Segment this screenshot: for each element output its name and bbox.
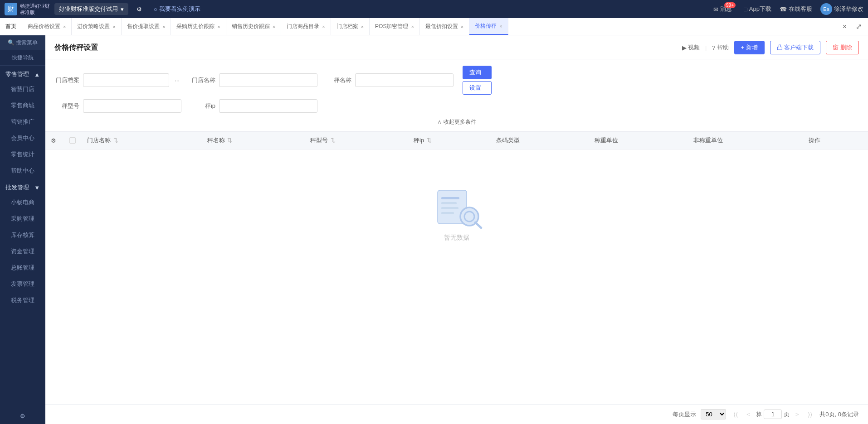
settings-btn[interactable]: ⚙: [133, 4, 146, 14]
close-icon[interactable]: ×: [411, 24, 414, 29]
download-button[interactable]: 凸 客户端下载: [770, 41, 821, 54]
close-icon[interactable]: ×: [63, 24, 66, 29]
tab-purchase-strategy[interactable]: 进价策略设置 ×: [72, 18, 121, 35]
tab-sales-history[interactable]: 销售历史价跟踪 ×: [226, 18, 281, 35]
svg-line-7: [475, 222, 481, 228]
tab-price-scale[interactable]: 价格传秤 ×: [469, 18, 508, 35]
data-table: ⚙ 门店名称 ⇅: [45, 132, 868, 149]
store-name-label: 门店名称: [190, 76, 215, 84]
tab-commodity-price[interactable]: 商品价格设置 ×: [22, 18, 72, 35]
th-weight-unit: 称重单位: [589, 132, 688, 149]
th-scale-name: 秤名称 ⇅: [202, 132, 305, 149]
page-header: 价格传秤设置 ▶ 视频 | ? 帮助 + 新增 凸 客户端下载: [45, 35, 868, 59]
sidebar-item-ecommerce[interactable]: 小畅电商: [0, 194, 45, 211]
gear-icon: ⚙: [137, 6, 142, 13]
sidebar-item-smart-store[interactable]: 智慧门店: [0, 81, 45, 97]
video-link[interactable]: ▶ 视频: [682, 43, 700, 52]
app-download-btn[interactable]: □ App下载: [744, 5, 771, 13]
gear-icon: ⚙: [20, 413, 25, 419]
close-icon[interactable]: ×: [217, 24, 220, 29]
help-link[interactable]: ? 帮助: [712, 43, 728, 52]
next-page-btn[interactable]: ＞: [791, 410, 803, 419]
sidebar-item-help[interactable]: 帮助中心: [0, 163, 45, 179]
message-btn[interactable]: ✉ 消息 99+: [713, 5, 732, 13]
svg-rect-1: [441, 197, 459, 199]
close-icon[interactable]: ×: [162, 24, 165, 29]
close-icon[interactable]: ×: [499, 24, 502, 29]
scale-model-input[interactable]: [83, 99, 181, 113]
sidebar-item-finance[interactable]: 资金管理: [0, 243, 45, 260]
logo: 财 畅捷通好业财 标准版: [5, 3, 50, 16]
gear-icon[interactable]: ⚙: [51, 137, 56, 144]
scale-name-input[interactable]: [355, 73, 454, 87]
user-name: 徐泽华修改: [834, 5, 863, 13]
sidebar-settings-btn[interactable]: ⚙: [0, 408, 45, 424]
topbar-right: ✉ 消息 99+ □ App下载 ☎ 在线客服 Ea 徐泽华修改: [713, 3, 863, 15]
topbar: 财 畅捷通好业财 标准版 好业财标准版交付试用 ▾ ⚙ ○ 我要看实例演示 ✉ …: [0, 0, 868, 18]
close-icon[interactable]: ×: [273, 24, 275, 29]
sidebar-item-purchase[interactable]: 采购管理: [0, 211, 45, 227]
tab-home[interactable]: 首页: [0, 18, 22, 35]
sidebar-search[interactable]: 🔍 搜索菜单: [0, 35, 45, 50]
close-icon[interactable]: ×: [361, 24, 364, 29]
user-menu[interactable]: Ea 徐泽华修改: [820, 3, 863, 15]
close-icon[interactable]: ×: [461, 24, 463, 29]
sidebar-item-member[interactable]: 会员中心: [0, 130, 45, 146]
page-size-select[interactable]: 50 10 20 100: [701, 409, 726, 419]
last-page-btn[interactable]: ⟩⟩: [805, 410, 815, 419]
chevron-down-icon: ▾: [121, 6, 124, 13]
table-header-row: ⚙ 门店名称 ⇅: [45, 132, 868, 149]
tab-selling-price[interactable]: 售价提取设置 ×: [122, 18, 171, 35]
online-service-btn[interactable]: ☎ 在线客服: [780, 5, 812, 13]
empty-state: 暂无数据: [45, 149, 868, 278]
sidebar-item-retail-stats[interactable]: 零售统计: [0, 146, 45, 163]
sidebar-section-wholesale[interactable]: 批发管理 ▼: [0, 179, 45, 194]
more-options-icon[interactable]: ···: [173, 77, 181, 84]
close-icon[interactable]: ×: [112, 24, 115, 29]
sidebar-section-retail[interactable]: 零售管理 ▲: [0, 66, 45, 81]
prev-page-btn[interactable]: ＜: [742, 410, 754, 419]
page-label: 算: [756, 410, 762, 419]
help-label: 帮助: [717, 43, 729, 52]
store-profile-input[interactable]: [83, 73, 169, 87]
th-store-name: 门店名称 ⇅: [82, 132, 202, 149]
sidebar-item-invoice[interactable]: 发票管理: [0, 276, 45, 292]
sidebar-item-tax[interactable]: 税务管理: [0, 292, 45, 308]
demo-btn-label: 我要看实例演示: [159, 5, 200, 13]
main-area: 🔍 搜索菜单 快捷导航 零售管理 ▲ 智慧门店 零售商城 营销推广 会员中心: [0, 35, 868, 424]
table-head: ⚙ 门店名称 ⇅: [45, 132, 868, 149]
download-icon: □: [744, 6, 747, 13]
page-input[interactable]: [764, 410, 782, 419]
sidebar-item-retail-mall[interactable]: 零售商城: [0, 97, 45, 114]
tab-store-catalog[interactable]: 门店商品目录 ×: [281, 18, 331, 35]
tab-store-profile[interactable]: 门店档案 ×: [331, 18, 370, 35]
query-button[interactable]: 查询: [463, 66, 492, 79]
sidebar-quicknav[interactable]: 快捷导航: [0, 50, 45, 66]
collapse-filter-btn[interactable]: ∧ 收起更多条件: [54, 117, 859, 127]
tab-min-discount[interactable]: 最低折扣设置 ×: [420, 18, 469, 35]
sidebar-item-inventory[interactable]: 库存核算: [0, 227, 45, 243]
sidebar-item-marketing[interactable]: 营销推广: [0, 114, 45, 130]
scale-ip-input[interactable]: [219, 99, 317, 113]
first-page-btn[interactable]: ⟨⟨: [731, 410, 741, 419]
filter-scale-ip: 秤ip: [190, 99, 317, 113]
tabs-bar: 首页 商品价格设置 × 进价策略设置 × 售价提取设置 × 采购历史价跟踪 × …: [0, 18, 868, 35]
tab-purchase-history[interactable]: 采购历史价跟踪 ×: [171, 18, 226, 35]
pagination: 每页显示 50 10 20 100 ⟨⟨ ＜ 算 页 ＞ ⟩⟩ 共0页, 0条记…: [45, 404, 868, 424]
setting-button[interactable]: 设置: [463, 81, 492, 95]
sidebar-item-general-ledger[interactable]: 总账管理: [0, 260, 45, 276]
select-all-checkbox[interactable]: [69, 137, 76, 144]
chevron-up-icon: ▲: [34, 71, 40, 78]
app-selector[interactable]: 好业财标准版交付试用 ▾: [54, 3, 128, 15]
filter-row-1: 门店档案 ··· 门店名称 秤名称 查询: [54, 66, 859, 95]
close-icon[interactable]: ×: [322, 24, 325, 29]
video-label: 视频: [688, 43, 700, 52]
fullscreen-btn[interactable]: ⤢: [853, 21, 864, 32]
page-nav: ⟨⟨ ＜ 算 页 ＞ ⟩⟩: [731, 410, 815, 419]
delete-button[interactable]: 窗 删除: [826, 41, 859, 54]
store-name-input[interactable]: [219, 73, 317, 87]
add-button[interactable]: + 新增: [734, 41, 765, 54]
tab-pos[interactable]: POS加密管理 ×: [370, 18, 420, 35]
demo-button[interactable]: ○ 我要看实例演示: [154, 5, 200, 13]
close-all-btn[interactable]: ×: [840, 22, 849, 32]
